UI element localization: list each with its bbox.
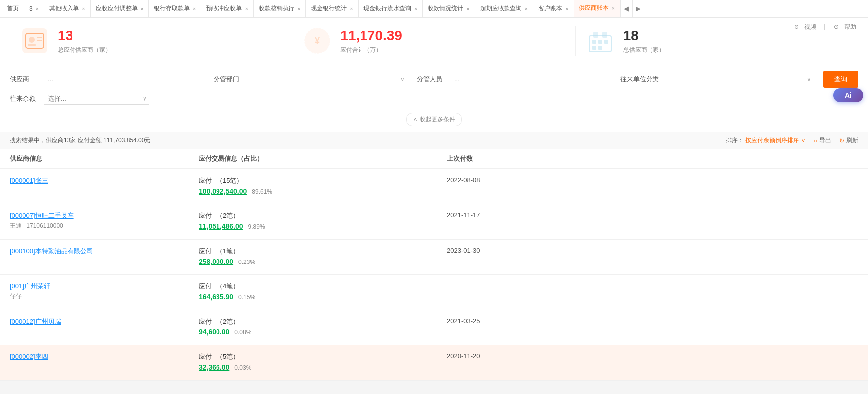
sort-value[interactable]: 按应付余额倒序排序 [745, 137, 799, 144]
close-icon[interactable]: × [141, 6, 144, 12]
total-suppliers-number: 18 [623, 28, 665, 44]
supplier-filter-label: 供应商 [10, 75, 40, 84]
svg-rect-11 [592, 40, 596, 44]
nav-tab-ar-ap-adjust-label: 应收应付调整单 [96, 4, 138, 13]
supplier-info: [000100]本特勤油品有限公司 [10, 247, 199, 257]
dept-filter-input[interactable] [247, 73, 401, 85]
nav-tab-overdue-query[interactable]: 超期应收款查询 × [475, 0, 533, 18]
transaction-amount-line: 32,366.00 0.03% [199, 363, 447, 371]
nav-tab-customer-ledger[interactable]: 客户账本 × [533, 0, 574, 18]
nav-tab-prepaid-offset[interactable]: 预收冲应收单 × [201, 0, 253, 18]
transaction-amount[interactable]: 11,051,486.00 [199, 222, 243, 230]
transaction-amount[interactable]: 32,366.00 [199, 363, 229, 371]
supplier-link[interactable]: [000100]本特勤油品有限公司 [10, 247, 199, 256]
supplier-link[interactable]: [000012]广州贝瑞 [10, 317, 199, 326]
last-payment-cell: 2021-03-25 [447, 317, 858, 325]
last-payment-cell: 2022-08-08 [447, 176, 858, 184]
supplier-name: 恒旺二手叉车 [35, 212, 74, 219]
close-icon[interactable]: × [525, 6, 528, 12]
top-navigation: 首页 3 × 其他收入单 × 应收应付调整单 × 银行存取款单 × 预收冲应收单… [0, 0, 868, 18]
transaction-info: 应付 （5笔） 32,366.00 0.03% [199, 352, 447, 373]
nav-tab-3[interactable]: 3 × [24, 0, 44, 18]
nav-tab-cash-bank-stat-label: 现金银行统计 [311, 4, 347, 13]
nav-tab-home[interactable]: 首页 [2, 0, 24, 18]
supplier-link[interactable]: [000007]恒旺二手叉车 [10, 211, 199, 220]
export-button[interactable]: ○ 导出 [814, 136, 831, 145]
supplier-name: 李四 [35, 353, 48, 360]
nav-tab-cash-bank-stat[interactable]: 现金银行统计 × [306, 0, 358, 18]
nav-tab-other-income[interactable]: 其他收入单 × [44, 0, 90, 18]
video-link[interactable]: 视频 [804, 23, 816, 30]
category-filter-wrap: ∨ [663, 73, 814, 85]
supplier-link[interactable]: [001]广州荣轩 [10, 282, 199, 291]
svg-rect-15 [598, 46, 602, 50]
dept-dropdown-arrow[interactable]: ∨ [400, 76, 407, 83]
filter-balance: 往来余额 ∨ [10, 93, 149, 105]
table-row: [001]广州荣轩 仔仔 应付 （4笔） 164,635.90 0.15% [0, 275, 868, 310]
table-row: [000002]李四 应付 （5笔） 32,366.00 0.03% 2020-… [0, 345, 868, 381]
supplier-code: [000100] [10, 247, 35, 255]
svg-rect-3 [28, 44, 36, 46]
summary-card-payable-suppliers: 13 总应付供应商（家） [10, 26, 292, 56]
transaction-percent: 89.61% [252, 188, 272, 195]
balance-dropdown-arrow[interactable]: ∨ [143, 95, 149, 102]
person-filter-input[interactable] [450, 73, 610, 85]
collapse-bar: ∧ 收起更多条件 [10, 110, 858, 127]
table-header: 供应商信息 应付交易信息（占比） 上次付数 [0, 149, 868, 169]
person-filter-label: 分管人员 [417, 75, 446, 84]
nav-tab-3-label: 3 [29, 5, 33, 12]
query-button[interactable]: 查询 [823, 71, 858, 88]
supplier-name: 本特勤油品有限公司 [35, 247, 93, 255]
video-icon: ⊙ [794, 23, 799, 30]
refresh-button[interactable]: ↻ 刷新 [839, 136, 858, 145]
close-icon[interactable]: × [245, 6, 248, 12]
transaction-label: 应付 [199, 176, 212, 185]
nav-arrow-right[interactable]: ▶ [632, 0, 644, 18]
close-icon[interactable]: × [414, 6, 417, 12]
nav-tab-cash-flow-query[interactable]: 现金银行流水查询 × [359, 0, 423, 18]
nav-arrow-left[interactable]: ◀ [620, 0, 632, 18]
close-icon[interactable]: × [612, 5, 615, 11]
transaction-count: （15笔） [217, 176, 243, 185]
transaction-amount[interactable]: 100,092,540.00 [199, 187, 247, 195]
collapse-button[interactable]: ∧ 收起更多条件 [406, 113, 461, 126]
close-icon[interactable]: × [297, 6, 300, 12]
ai-button[interactable]: Ai [833, 88, 863, 102]
nav-tab-supplier-ledger[interactable]: 供应商账本 × [574, 0, 620, 18]
supplier-link[interactable]: [000001]张三 [10, 176, 199, 185]
nav-tab-receipt-stat[interactable]: 收款情况统计 × [423, 0, 475, 18]
close-icon[interactable]: × [350, 6, 353, 12]
help-link[interactable]: 帮助 [844, 23, 856, 30]
col-header-supplier: 供应商信息 [10, 154, 199, 163]
sort-arrow-icon[interactable]: ∨ [801, 137, 806, 144]
transaction-info: 应付 （1笔） 258,000.00 0.23% [199, 247, 447, 267]
category-filter-input[interactable] [663, 73, 807, 85]
nav-tab-ar-ap-adjust[interactable]: 应收应付调整单 × [91, 0, 149, 18]
nav-tab-receipt-verify[interactable]: 收款核销执行 × [254, 0, 306, 18]
supplier-name: 广州贝瑞 [35, 318, 61, 325]
supplier-link[interactable]: [000002]李四 [10, 352, 199, 361]
transaction-line: 应付 （2笔） [199, 211, 447, 220]
balance-filter-input[interactable] [44, 93, 143, 104]
close-icon[interactable]: × [193, 6, 196, 12]
last-payment-date: 2022-08-08 [447, 176, 480, 184]
transaction-amount-line: 11,051,486.00 9.89% [199, 222, 447, 230]
nav-tab-bank-deposit[interactable]: 银行存取款单 × [149, 0, 201, 18]
transaction-amount[interactable]: 164,635.90 [199, 293, 233, 301]
category-dropdown-arrow[interactable]: ∨ [807, 76, 813, 83]
transaction-amount[interactable]: 94,600.00 [199, 328, 229, 336]
transaction-amount[interactable]: 258,000.00 [199, 258, 233, 265]
filter-supplier: 供应商 [10, 73, 204, 85]
summary-content-payable-total: 11,170.39 应付合计（万） [340, 28, 402, 54]
close-icon[interactable]: × [466, 6, 469, 12]
transaction-percent: 0.03% [234, 364, 251, 371]
close-icon[interactable]: × [565, 6, 568, 12]
transaction-count: （1笔） [217, 247, 239, 256]
supplier-filter-input[interactable] [44, 73, 204, 85]
transaction-percent: 0.08% [234, 329, 251, 336]
close-icon[interactable]: × [82, 6, 85, 12]
transaction-line: 应付 （1笔） [199, 247, 447, 256]
nav-tab-receipt-verify-label: 收款核销执行 [259, 4, 294, 13]
nav-tab-prepaid-offset-label: 预收冲应收单 [206, 4, 242, 13]
close-icon[interactable]: × [36, 6, 39, 12]
